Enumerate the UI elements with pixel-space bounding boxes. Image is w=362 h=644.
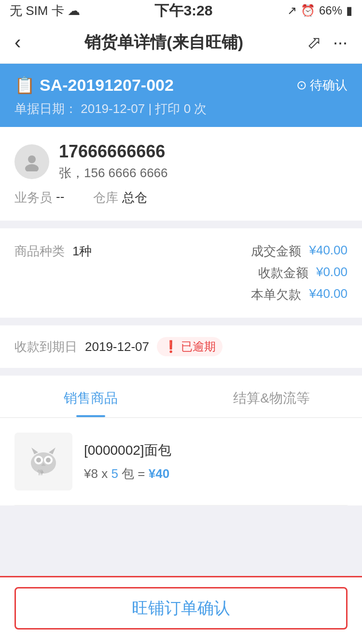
customer-phone: 17666666666	[59, 141, 168, 162]
amount-value-1: ¥0.00	[316, 265, 348, 281]
sales-meta: 业务员 --	[14, 189, 64, 206]
amount-value-2: ¥40.00	[309, 286, 348, 303]
status-text: 待确认	[310, 77, 348, 94]
bottom-bar: 旺铺订单确认	[0, 576, 362, 644]
status-clock-icon: ⊙	[296, 78, 307, 93]
nav-bar: ‹ 销货单详情(来自旺铺) ⬀ ···	[0, 21, 362, 64]
svg-point-0	[28, 155, 36, 163]
order-date-row: 单据日期： 2019-12-07 | 打印 0 次	[14, 100, 348, 117]
product-thumb-owl-icon: + 管	[27, 445, 60, 478]
order-id-icon: 📋	[14, 75, 35, 95]
status-bar: 无 SIM 卡 ☁ 下午3:28 ↗ ⏰ 66% ▮	[0, 0, 362, 21]
svg-point-8	[46, 458, 51, 462]
overdue-text: 已逾期	[181, 339, 216, 354]
tabs-container: 销售商品 结算&物流等	[0, 376, 362, 418]
summary-row: 商品种类 1种 成交金额 ¥40.00 收款金额 ¥0.00 本单欠款 ¥40.…	[14, 243, 348, 303]
more-icon[interactable]: ···	[333, 32, 348, 53]
share-icon[interactable]: ⬀	[307, 32, 321, 53]
amount-item-1: 收款金额 ¥0.00	[258, 265, 348, 281]
customer-info: 17666666666 张，156 6666 6666	[59, 141, 168, 182]
customer-card: 17666666666 张，156 6666 6666 业务员 -- 仓库 总仓	[0, 127, 362, 221]
category-section: 商品种类 1种	[14, 243, 92, 260]
date-label: 单据日期：	[14, 101, 77, 116]
confirm-order-button[interactable]: 旺铺订单确认	[14, 587, 348, 630]
order-header-card: 📋 SA-20191207-002 ⊙ 待确认 单据日期： 2019-12-07…	[0, 64, 362, 127]
nav-actions: ⬀ ···	[307, 32, 348, 53]
category-value: 1种	[72, 243, 92, 260]
status-left: 无 SIM 卡 ☁	[10, 2, 80, 19]
category-label: 商品种类	[14, 243, 65, 260]
sales-value: --	[56, 189, 64, 206]
product-qty: 5	[111, 466, 118, 481]
due-date-value: 2019-12-07	[85, 339, 149, 354]
product-equals: =	[138, 466, 148, 481]
status-right: ↗ ⏰ 66% ▮	[287, 4, 352, 17]
svg-text:管: 管	[37, 469, 43, 476]
product-multiply: x	[101, 466, 111, 481]
product-name: [0000002]面包	[84, 441, 348, 460]
order-header-top: 📋 SA-20191207-002 ⊙ 待确认	[14, 75, 348, 95]
print-info: | 打印 0 次	[148, 101, 207, 116]
order-date: 2019-12-07	[81, 101, 145, 116]
back-button[interactable]: ‹	[14, 31, 21, 53]
amount-value-0: ¥40.00	[309, 243, 348, 260]
svg-point-1	[25, 164, 39, 171]
warehouse-meta: 仓库 总仓	[93, 189, 147, 206]
customer-name: 张，156 6666 6666	[59, 165, 168, 182]
product-info: [0000002]面包 ¥8 x 5 包 = ¥40	[84, 441, 348, 482]
order-id: 📋 SA-20191207-002	[14, 75, 174, 95]
overdue-badge: ❗ 已逾期	[157, 337, 223, 356]
product-unit: 包	[122, 466, 134, 481]
sim-status: 无 SIM 卡 ☁	[10, 2, 80, 19]
due-date-card: 收款到期日 2019-12-07 ❗ 已逾期	[0, 325, 362, 368]
amounts-section: 成交金额 ¥40.00 收款金额 ¥0.00 本单欠款 ¥40.00	[251, 243, 348, 303]
alarm-icon: ⏰	[301, 4, 315, 17]
warehouse-label: 仓库	[93, 189, 118, 206]
location-icon: ↗	[287, 4, 297, 17]
battery-level: 66%	[319, 4, 342, 17]
svg-marker-4	[49, 448, 56, 454]
customer-avatar	[14, 144, 49, 179]
amount-label-1: 收款金额	[258, 265, 308, 281]
product-price-row: ¥8 x 5 包 = ¥40	[84, 465, 348, 482]
product-total: ¥40	[149, 466, 169, 481]
sales-label: 业务员	[14, 189, 52, 206]
order-status: ⊙ 待确认	[296, 77, 348, 94]
battery-icon: ▮	[346, 4, 352, 17]
due-label: 收款到期日	[14, 338, 77, 355]
amount-label-0: 成交金额	[251, 243, 301, 260]
svg-point-7	[36, 458, 41, 462]
customer-top: 17666666666 张，156 6666 6666	[14, 141, 348, 182]
tab-settlement[interactable]: 结算&物流等	[181, 376, 362, 417]
order-id-text: SA-20191207-002	[40, 76, 174, 95]
product-thumbnail: + 管	[14, 433, 72, 490]
overdue-icon: ❗	[164, 340, 178, 353]
tab-settlement-label: 结算&物流等	[233, 391, 310, 406]
customer-meta: 业务员 -- 仓库 总仓	[14, 189, 348, 206]
product-price: ¥8	[84, 466, 98, 481]
amount-item-0: 成交金额 ¥40.00	[251, 243, 348, 260]
tab-products-label: 销售商品	[64, 391, 118, 406]
amount-item-2: 本单欠款 ¥40.00	[251, 286, 348, 303]
tab-products[interactable]: 销售商品	[0, 376, 181, 417]
product-list: + 管 [0000002]面包 ¥8 x 5 包 = ¥40	[0, 418, 362, 505]
status-time: 下午3:28	[154, 1, 212, 21]
product-item: + 管 [0000002]面包 ¥8 x 5 包 = ¥40	[14, 418, 348, 505]
svg-marker-3	[31, 448, 38, 454]
page-title: 销货单详情(来自旺铺)	[84, 31, 243, 54]
summary-card: 商品种类 1种 成交金额 ¥40.00 收款金额 ¥0.00 本单欠款 ¥40.…	[0, 228, 362, 318]
warehouse-value: 总仓	[122, 189, 147, 206]
bottom-spacer	[0, 505, 362, 583]
amount-label-2: 本单欠款	[251, 286, 301, 303]
